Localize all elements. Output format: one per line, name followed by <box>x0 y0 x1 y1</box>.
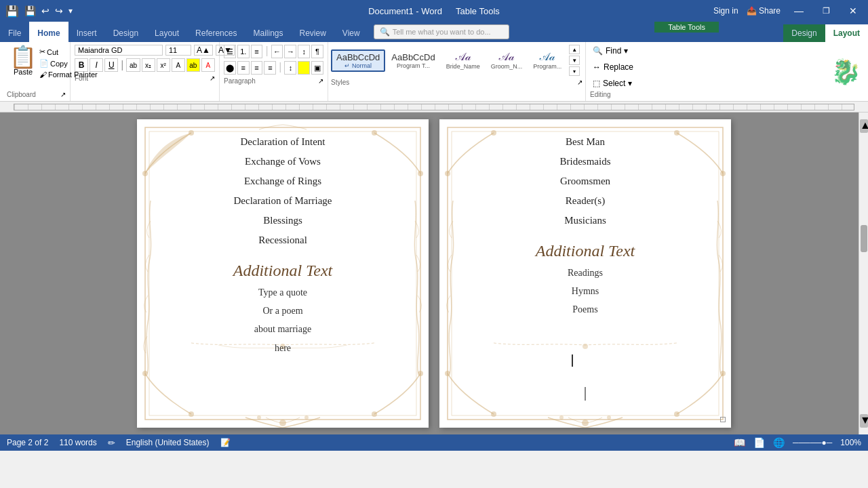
edit-document-icon[interactable]: ✏ <box>108 438 115 448</box>
additional-item-here[interactable]: here <box>275 340 291 357</box>
ceremony-item-blessings[interactable]: Blessings <box>263 211 302 230</box>
tab-design[interactable]: Design <box>105 22 146 42</box>
redo-button[interactable]: ↪ <box>55 5 63 16</box>
resize-handle[interactable] <box>720 417 726 422</box>
right-item-readers[interactable]: Reader(s) <box>566 192 605 210</box>
style-bride-name[interactable]: 𝒜𝒶 Bride_Name <box>441 49 485 72</box>
style-normal[interactable]: AaBbCcDd ↵ Normal <box>331 49 385 72</box>
italic-button[interactable]: I <box>90 58 103 72</box>
save-icon[interactable]: 💾 <box>24 5 36 16</box>
align-right-button[interactable]: ≡ <box>251 61 263 75</box>
style-program-t[interactable]: AaBbCcDd Program T... <box>387 50 439 71</box>
numbering-button[interactable]: 1. <box>237 45 250 58</box>
tab-home[interactable]: Home <box>29 22 68 42</box>
right-page-content[interactable]: Best Man Bridesmaids Groomsmen Reader(s)… <box>439 119 731 325</box>
right-item-bridesmaids[interactable]: Bridesmaids <box>560 152 611 171</box>
shading-button[interactable] <box>298 61 310 75</box>
paragraph-group: ☰ 1. ≡ | ← → ↕ ¶ ⬤ ≡ ≡ ≡ | ↕ ▣ Paragraph… <box>220 42 328 101</box>
share-button[interactable]: 📤 Share <box>747 6 781 16</box>
bold-button[interactable]: B <box>75 58 88 72</box>
increase-font-button[interactable]: A▲ <box>194 45 213 56</box>
svg-point-7 <box>142 371 148 376</box>
styles-expand-icon[interactable]: ↗ <box>577 79 583 86</box>
additional-item-about[interactable]: about marriage <box>254 321 311 338</box>
underline-button[interactable]: U <box>104 58 118 72</box>
line-spacing-button[interactable]: ↕ <box>284 61 296 75</box>
clipboard-expand-icon[interactable]: ↗ <box>60 91 66 98</box>
restore-button[interactable]: ❐ <box>817 6 835 16</box>
superscript-button[interactable]: x² <box>157 58 170 72</box>
read-mode-icon[interactable]: 📖 <box>734 437 745 448</box>
ceremony-item-exchange-vows[interactable]: Exchange of Vows <box>245 152 321 171</box>
ceremony-item-exchange-rings[interactable]: Exchange of Rings <box>244 172 321 190</box>
ruler-markings <box>14 104 854 110</box>
additional-item-quote[interactable]: Type a quote <box>258 284 307 301</box>
undo-button[interactable]: ↩ <box>41 5 50 16</box>
minimize-button[interactable]: — <box>789 5 809 16</box>
paragraph-expand-icon[interactable]: ↗ <box>318 77 323 85</box>
show-hide-button[interactable]: ¶ <box>311 45 323 58</box>
right-item-musicians[interactable]: Musicians <box>564 211 606 230</box>
align-center-button[interactable]: ≡ <box>237 61 250 75</box>
tab-table-design[interactable]: Design <box>783 24 825 42</box>
tab-file[interactable]: File <box>0 22 29 42</box>
replace-button[interactable]: ↔ Replace <box>590 61 650 73</box>
font-name-input[interactable] <box>75 45 163 56</box>
right-additional-hymns[interactable]: Hymns <box>572 283 599 300</box>
tab-mailings[interactable]: Mailings <box>245 22 291 42</box>
borders-button[interactable]: ▣ <box>311 61 323 75</box>
sign-in-button[interactable]: Sign in <box>713 6 738 16</box>
customize-quick-access[interactable]: ▾ <box>68 6 73 16</box>
web-layout-icon[interactable]: 🌐 <box>773 437 785 448</box>
subscript-button[interactable]: x₂ <box>142 58 155 72</box>
svg-point-25 <box>559 415 564 420</box>
select-button[interactable]: ⬚ Select ▾ <box>590 77 650 89</box>
increase-indent-button[interactable]: → <box>284 45 296 58</box>
right-additional-poems[interactable]: Poems <box>572 301 597 318</box>
style-groom-name[interactable]: 𝒜𝒶 Groom_N... <box>486 49 528 72</box>
find-button[interactable]: 🔍 Find ▾ <box>590 45 650 57</box>
tab-view[interactable]: View <box>334 22 368 42</box>
style-program[interactable]: 𝒜𝒶 Program... <box>528 49 566 72</box>
tab-insert[interactable]: Insert <box>68 22 105 42</box>
bullets-button[interactable]: ☰ <box>224 45 236 58</box>
scrollbar-up-button[interactable]: ▲ <box>860 119 868 133</box>
multilevel-list-button[interactable]: ≡ <box>251 45 263 58</box>
tell-me-search[interactable]: 🔍 Tell me what you want to do... <box>374 24 509 39</box>
ceremony-item-declaration-intent[interactable]: Declaration of Intent <box>241 133 326 151</box>
text-highlight-button[interactable]: ab <box>186 58 200 72</box>
scrollbar-thumb[interactable] <box>861 225 867 252</box>
justify-button[interactable]: ≡ <box>264 61 276 75</box>
vertical-scrollbar[interactable]: ▲ ▼ <box>859 113 868 434</box>
font-color-button[interactable]: A <box>201 58 215 72</box>
font-expand-icon[interactable]: ↗ <box>210 75 215 82</box>
close-button[interactable]: ✕ <box>844 5 863 16</box>
tab-table-layout[interactable]: Layout <box>825 24 868 42</box>
zoom-slider[interactable]: ─────●─ <box>793 438 832 447</box>
sort-button[interactable]: ↕ <box>298 45 310 58</box>
decrease-indent-button[interactable]: ← <box>271 45 283 58</box>
font-size-input[interactable] <box>165 45 191 56</box>
right-item-groomsmen[interactable]: Groomsmen <box>560 172 610 190</box>
additional-item-poem[interactable]: Or a poem <box>262 302 302 319</box>
print-layout-icon[interactable]: 📄 <box>753 437 765 448</box>
tab-review[interactable]: Review <box>291 22 334 42</box>
styles-scroll: ▲ ▼ ▾ <box>569 45 580 76</box>
text-effects-button[interactable]: A <box>172 58 185 72</box>
styles-expand[interactable]: ▾ <box>569 66 580 76</box>
styles-scroll-up[interactable]: ▲ <box>569 45 580 54</box>
tab-layout[interactable]: Layout <box>146 22 187 42</box>
tab-references[interactable]: References <box>187 22 245 42</box>
right-additional-readings[interactable]: Readings <box>568 264 603 281</box>
ceremony-item-declaration-marriage[interactable]: Declaration of Marriage <box>234 192 332 210</box>
styles-scroll-down[interactable]: ▼ <box>569 56 580 65</box>
strikethrough-button[interactable]: ab <box>126 58 140 72</box>
svg-point-24 <box>582 420 589 426</box>
language-indicator[interactable]: English (United States) <box>126 438 210 447</box>
scrollbar-down-button[interactable]: ▼ <box>860 414 868 428</box>
right-item-best-man[interactable]: Best Man <box>566 133 605 151</box>
align-left-button[interactable]: ⬤ <box>224 61 236 75</box>
left-page-content[interactable]: Declaration of Intent Exchange of Vows E… <box>137 119 429 363</box>
paste-button[interactable]: 📋 Paste <box>7 45 39 91</box>
ceremony-item-recessional[interactable]: Recessional <box>258 231 307 249</box>
